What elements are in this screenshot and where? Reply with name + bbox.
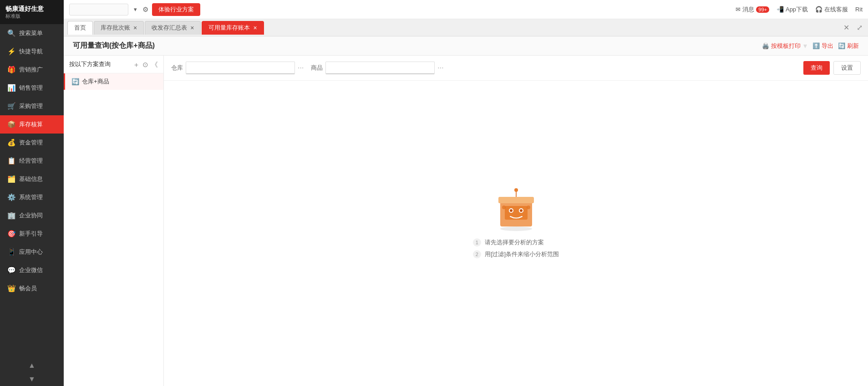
svg-point-7 (520, 209, 523, 212)
sidebar-item-basic[interactable]: 🗂️ 基础信息 (0, 170, 64, 188)
tab-home[interactable]: 首页 (67, 21, 93, 35)
empty-state: 1 请先选择要分析的方案 2 用[过滤]条件来缩小分析范围 (164, 81, 868, 386)
topbar-right: ✉ 消息 99+ 📲 App下载 🎧 在线客服 Rit (736, 5, 863, 14)
tab-available-close[interactable]: × (253, 25, 257, 31)
sidebar-scroll-down[interactable]: ▼ (0, 372, 64, 386)
sidebar-label-newbie: 新手引导 (19, 230, 43, 238)
tab-batch-label: 库存批次账 (101, 24, 130, 32)
sidebar-item-newbie[interactable]: 🎯 新手引导 (0, 225, 64, 243)
scheme-icon: 🔄 (71, 78, 79, 85)
sidebar-item-wechat[interactable]: 💬 企业微信 (0, 261, 64, 279)
topbar-gear-btn[interactable]: ⚙ (142, 5, 148, 14)
sidebar-item-purchase[interactable]: 🛒 采购管理 (0, 97, 64, 115)
export-btn[interactable]: ⬆️ 导出 (812, 42, 833, 50)
sidebar-item-system[interactable]: ⚙️ 系统管理 (0, 188, 64, 206)
svg-point-0 (500, 226, 532, 231)
sidebar-label-app-center: 应用中心 (19, 248, 43, 256)
basic-icon: 🗂️ (7, 175, 15, 183)
tabs-close-btn[interactable]: ✕ (842, 22, 851, 33)
sidebar-item-operation[interactable]: 📋 经营管理 (0, 152, 64, 170)
filter-warehouse-group: 仓库 ··· (171, 62, 304, 74)
collapse-panel-btn[interactable]: 《 (151, 61, 158, 68)
sidebar-label-vip: 畅会员 (19, 284, 37, 293)
right-panel: 仓库 ··· 商品 ··· 查询 设置 (164, 56, 868, 386)
warehouse-filter-label: 仓库 (171, 64, 183, 72)
tab-batch-close[interactable]: × (133, 25, 137, 31)
topbar-search-input[interactable] (69, 4, 128, 15)
main-content: ▾ ⚙ 体验行业方案 ✉ 消息 99+ 📲 App下载 🎧 在线客服 Rit 首… (64, 0, 868, 386)
sidebar-item-inventory[interactable]: 📦 库存核算 (0, 115, 64, 134)
sidebar-header: 畅康通好生意 标准版 (0, 0, 64, 24)
warehouse-more-btn[interactable]: ··· (298, 64, 304, 72)
refresh-btn[interactable]: 🔄 刷新 (838, 42, 859, 50)
sidebar-item-vip[interactable]: 👑 畅会员 (0, 279, 64, 298)
manage-scheme-btn[interactable]: ⊙ (142, 61, 148, 68)
empty-illustration (491, 181, 541, 231)
app-download-label: App下载 (786, 5, 808, 14)
scheme-label: 仓库+商品 (82, 77, 109, 86)
topbar: ▾ ⚙ 体验行业方案 ✉ 消息 99+ 📲 App下载 🎧 在线客服 Rit (64, 0, 868, 19)
tab-available-label: 可用量库存账本 (208, 24, 250, 32)
sidebar-item-enterprise[interactable]: 🏢 企业协同 (0, 206, 64, 225)
sidebar-item-search[interactable]: 🔍 搜索菜单 (0, 24, 64, 42)
filter-bar: 仓库 ··· 商品 ··· 查询 设置 (164, 56, 868, 81)
svg-point-11 (527, 206, 530, 209)
finance-icon: 💰 (7, 139, 15, 147)
query-panel: 按以下方案查询 ＋ ⊙ 《 🔄 仓库+商品 (64, 56, 164, 386)
filter-actions: 查询 设置 (803, 61, 861, 75)
vip-icon: 👑 (7, 284, 15, 293)
sidebar-item-finance[interactable]: 💰 资金管理 (0, 134, 64, 152)
warehouse-filter-input[interactable] (186, 62, 295, 74)
tab-collect-summary[interactable]: 收发存汇总表 × (145, 21, 201, 35)
message-btn[interactable]: ✉ 消息 99+ (736, 5, 769, 14)
query-panel-header: 按以下方案查询 ＋ ⊙ 《 (64, 56, 163, 73)
page-actions: 🖨️ 按模板打印 ▾ ⬆️ 导出 🔄 刷新 (762, 41, 859, 50)
sidebar-label-finance: 资金管理 (19, 139, 43, 147)
svg-point-10 (502, 206, 506, 209)
settings-button[interactable]: 设置 (833, 61, 861, 75)
message-badge: 99+ (756, 6, 769, 13)
sidebar-label-quick-nav: 快捷导航 (19, 47, 43, 56)
empty-tip-1-text: 请先选择要分析的方案 (485, 238, 544, 247)
marketing-icon: 🎁 (7, 66, 15, 74)
sidebar-label-operation: 经营管理 (19, 157, 43, 165)
topbar-dropdown-btn[interactable]: ▾ (132, 5, 139, 14)
scheme-item-warehouse-product[interactable]: 🔄 仓库+商品 (64, 73, 163, 90)
product-more-btn[interactable]: ··· (437, 64, 443, 72)
tab-collect-close[interactable]: × (190, 25, 194, 31)
svg-point-9 (514, 188, 518, 192)
print-dropdown-sep: ▾ (803, 41, 807, 50)
username[interactable]: Rit (855, 6, 863, 13)
sidebar-scroll: 🔍 搜索菜单 ⚡ 快捷导航 🎁 营销推广 📊 销售管理 🛒 采购管理 📦 库存核… (0, 24, 64, 359)
tabs-expand-btn[interactable]: ⤢ (855, 22, 864, 33)
trial-btn[interactable]: 体验行业方案 (152, 3, 200, 16)
sidebar-item-quick-nav[interactable]: ⚡ 快捷导航 (0, 42, 64, 61)
sidebar-item-marketing[interactable]: 🎁 营销推广 (0, 61, 64, 79)
sidebar-label-search: 搜索菜单 (19, 29, 43, 37)
sidebar-item-app-center[interactable]: 📱 应用中心 (0, 243, 64, 261)
app-download-btn[interactable]: 📲 App下载 (777, 5, 808, 14)
svg-point-6 (510, 209, 513, 212)
sidebar-label-marketing: 营销推广 (19, 66, 43, 74)
message-icon: ✉ (736, 6, 741, 13)
newbie-icon: 🎯 (7, 230, 15, 238)
print-btn[interactable]: 🖨️ 按模板打印 ▾ (762, 41, 808, 50)
query-button[interactable]: 查询 (803, 61, 830, 75)
empty-svg-illustration (491, 181, 541, 231)
add-scheme-btn[interactable]: ＋ (133, 61, 140, 68)
brand-name: 畅康通好生意 (5, 5, 58, 13)
quick-nav-icon: ⚡ (7, 47, 15, 56)
sidebar-label-purchase: 采购管理 (19, 102, 43, 110)
sidebar-label-wechat: 企业微信 (19, 266, 43, 274)
page-header: 可用量查询(按仓库+商品) 🖨️ 按模板打印 ▾ ⬆️ 导出 🔄 刷新 (64, 36, 868, 56)
sidebar-label-system: 系统管理 (19, 193, 43, 201)
tab-batch-account[interactable]: 库存批次账 × (94, 21, 144, 35)
tab-available-ledger[interactable]: 可用量库存账本 × (202, 21, 264, 35)
sidebar-scroll-up[interactable]: ▲ (0, 359, 64, 372)
wechat-icon: 💬 (7, 266, 15, 274)
product-filter-input[interactable] (325, 62, 435, 74)
online-service-btn[interactable]: 🎧 在线客服 (815, 5, 848, 14)
sidebar-item-sales[interactable]: 📊 销售管理 (0, 79, 64, 97)
app-center-icon: 📱 (7, 248, 15, 256)
sidebar: 畅康通好生意 标准版 🔍 搜索菜单 ⚡ 快捷导航 🎁 营销推广 📊 销售管理 🛒… (0, 0, 64, 386)
